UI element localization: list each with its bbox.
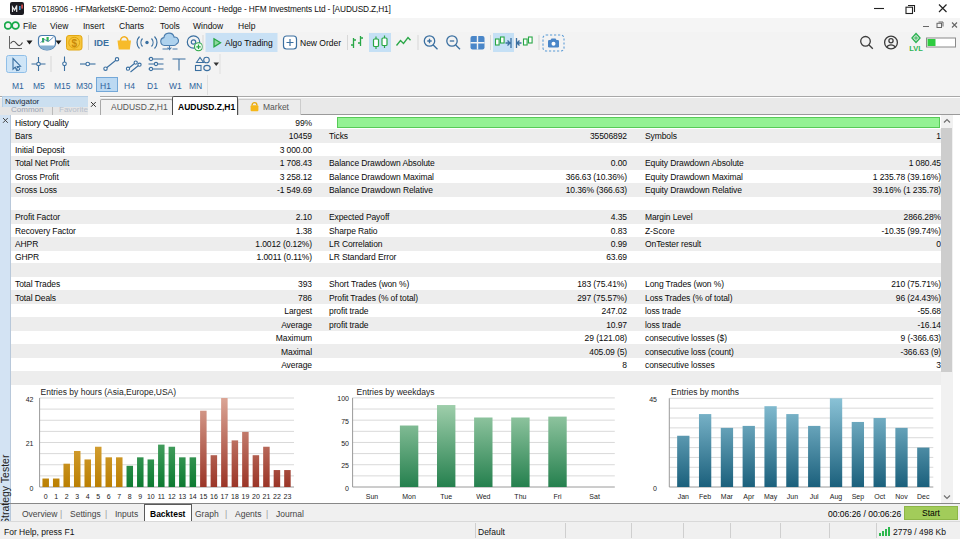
svg-text:16: 16 <box>210 493 218 500</box>
svg-text:75: 75 <box>341 418 349 425</box>
svg-text:Thu: Thu <box>514 493 526 500</box>
svg-text:Dec: Dec <box>917 493 930 500</box>
svg-text:Mon: Mon <box>402 493 416 500</box>
svg-text:Entries by weekdays: Entries by weekdays <box>357 387 435 397</box>
svg-text:Sep: Sep <box>852 493 865 501</box>
svg-text:Apr: Apr <box>743 493 755 501</box>
svg-text:45: 45 <box>649 396 657 403</box>
svg-text:Algo Trading: Algo Trading <box>225 38 273 48</box>
svg-text:Fri: Fri <box>553 493 562 500</box>
svg-text:Mar: Mar <box>721 493 734 500</box>
svg-text:14: 14 <box>189 493 197 500</box>
svg-text:0: 0 <box>653 485 657 492</box>
svg-text:0: 0 <box>345 485 349 492</box>
svg-text:18: 18 <box>231 493 239 500</box>
svg-text:2: 2 <box>65 493 69 500</box>
svg-text:0: 0 <box>44 493 48 500</box>
svg-text:Entries by months: Entries by months <box>671 387 739 397</box>
svg-text:3: 3 <box>75 493 79 500</box>
svg-text:May: May <box>764 493 778 501</box>
svg-text:5: 5 <box>96 493 100 500</box>
svg-text:11: 11 <box>158 493 165 500</box>
svg-text:23: 23 <box>284 493 292 500</box>
svg-text:Entries by hours (Asia,Europe,: Entries by hours (Asia,Europe,USA) <box>41 387 177 397</box>
svg-text:15: 15 <box>200 493 208 500</box>
svg-text:Nov: Nov <box>895 493 908 500</box>
svg-text:12: 12 <box>168 493 176 500</box>
svg-text:9: 9 <box>138 493 142 500</box>
svg-text:Tue: Tue <box>440 493 452 500</box>
svg-text:New Order: New Order <box>300 38 341 48</box>
svg-text:42: 42 <box>26 396 34 403</box>
svg-text:50: 50 <box>341 440 349 447</box>
svg-text:Jan: Jan <box>678 493 689 500</box>
svg-text:Jul: Jul <box>810 493 819 500</box>
svg-text:Jun: Jun <box>787 493 798 500</box>
svg-text:$: $ <box>71 38 77 49</box>
svg-text:Sun: Sun <box>366 493 379 500</box>
svg-text:4: 4 <box>86 493 90 500</box>
svg-text:Sat: Sat <box>589 493 600 500</box>
svg-text:Aug: Aug <box>830 493 843 501</box>
svg-text:LVL: LVL <box>909 44 923 53</box>
svg-text:21: 21 <box>263 493 271 500</box>
svg-text:13: 13 <box>178 493 186 500</box>
svg-text:100: 100 <box>337 395 349 402</box>
svg-text:IDE: IDE <box>94 38 109 48</box>
svg-text:10: 10 <box>147 493 155 500</box>
svg-text:25: 25 <box>341 462 349 469</box>
svg-text:Feb: Feb <box>699 493 711 500</box>
svg-text:7: 7 <box>117 493 121 500</box>
svg-text:19: 19 <box>242 493 250 500</box>
svg-text:21: 21 <box>26 440 34 447</box>
svg-text:20: 20 <box>252 493 260 500</box>
svg-text:0: 0 <box>30 485 34 492</box>
svg-text:Oct: Oct <box>874 493 885 500</box>
svg-text:17: 17 <box>221 493 229 500</box>
svg-text:Wed: Wed <box>476 493 490 500</box>
svg-text:6: 6 <box>107 493 111 500</box>
svg-text:22: 22 <box>273 493 281 500</box>
svg-text:1: 1 <box>54 493 58 500</box>
svg-text:8: 8 <box>128 493 132 500</box>
